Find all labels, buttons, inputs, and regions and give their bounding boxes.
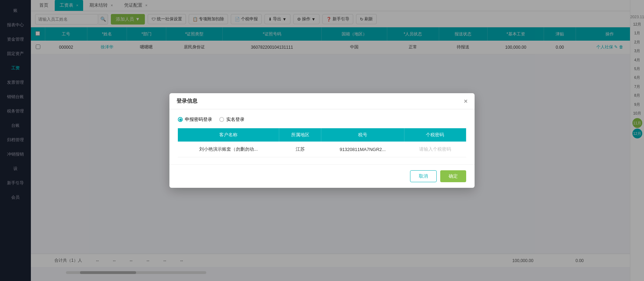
login-modal: 登录信息 × 申报密码登录 实名登录 客户名称 所属地区 [169,93,475,188]
modal-body: 申报密码登录 实名登录 客户名称 所属地区 税号 个税密码 [169,109,475,164]
login-type-group: 申报密码登录 实名登录 [178,116,466,123]
modal-col-password: 个税密码 [404,128,466,142]
modal-tax-number: 91320811MA7NGR2... [321,142,404,157]
modal-region: 江苏 [279,142,321,157]
radio-realname-circle[interactable] [219,117,224,122]
radio-password-login[interactable]: 申报密码登录 [178,116,212,123]
modal-col-tax: 税号 [321,128,404,142]
modal-table-row: 刘小艳演示账套（勿删勿动... 江苏 91320811MA7NGR2... 请输… [178,142,466,157]
cancel-button[interactable]: 取消 [410,170,437,182]
modal-col-region: 所属地区 [279,128,321,142]
radio-password-label: 申报密码登录 [185,116,212,123]
modal-overlay: 登录信息 × 申报密码登录 实名登录 客户名称 所属地区 [0,0,644,281]
radio-password-circle[interactable] [178,117,183,122]
radio-realname-label: 实名登录 [226,116,244,123]
modal-client-name: 刘小艳演示账套（勿删勿动... [178,142,279,157]
modal-password-cell[interactable]: 请输入个税密码 [404,142,466,157]
radio-realname-login[interactable]: 实名登录 [219,116,244,123]
modal-header: 登录信息 × [169,93,475,109]
modal-data-table: 客户名称 所属地区 税号 个税密码 刘小艳演示账套（勿删勿动... 江苏 913… [178,128,466,157]
modal-close-button[interactable]: × [464,98,468,104]
confirm-button[interactable]: 确定 [440,170,466,182]
modal-col-client: 客户名称 [178,128,279,142]
modal-title: 登录信息 [176,98,197,104]
modal-footer: 取消 确定 [169,164,475,188]
